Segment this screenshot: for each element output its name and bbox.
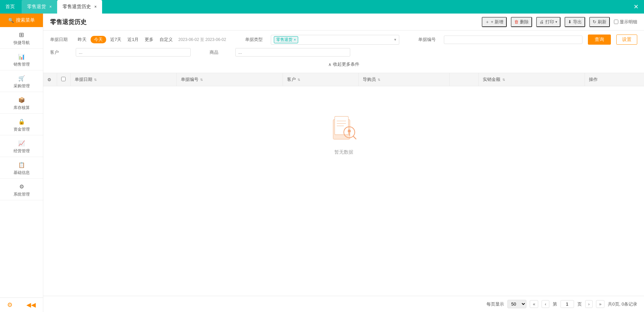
th-customer-label: 客户 [287,77,296,82]
sidebar-item-sales-mgmt[interactable]: 📊 销售管理 [0,49,43,70]
th-operation-label: 操作 [589,77,598,82]
type-tag-label: 零售退货 [276,37,292,43]
voucher-filter-input[interactable] [444,36,582,44]
collapse-up-icon: ∧ [328,62,332,67]
th-guide-sort-icon[interactable]: ⇅ [378,78,380,82]
delete-label: 删除 [520,19,529,25]
date-option-more[interactable]: 更多 [143,36,156,43]
th-guide: 导购员 ⇅ [358,73,449,86]
refresh-icon: ↻ [593,19,596,24]
th-amount-sort-icon[interactable]: ⇅ [502,78,505,82]
prev-page-button[interactable]: ‹ [542,300,549,308]
th-amount-label: 实销金额 [483,77,500,82]
sidebar-item-finance-label: 资金管理 [14,127,30,132]
sidebar-search-label: 搜索菜单 [16,17,35,23]
window-close-button[interactable]: ✕ [628,3,644,10]
date-option-yesterday[interactable]: 昨天 [76,36,89,43]
tab-retail-return-close[interactable]: × [49,4,52,9]
tab-retail-return-history[interactable]: 零售退货历史 × [57,0,102,14]
type-dropdown-arrow-icon: ▾ [394,37,396,42]
type-filter-container[interactable]: 零售退货 × ▾ [271,35,399,45]
sidebar-item-inventory[interactable]: 📦 库存核算 [0,92,43,114]
new-button[interactable]: ＋ + 新增 [482,17,507,27]
tab-bar: 首页 零售退货 × 零售退货历史 × ✕ [0,0,644,14]
filter-row-2: 客户 商品 [50,48,637,57]
th-number: 单据编号 ⇅ [176,73,283,86]
sidebar-item-operations-label: 经营管理 [14,148,30,154]
sidebar-item-operations[interactable]: 📈 经营管理 [0,135,43,157]
th-date-sort-icon[interactable]: ⇅ [94,78,97,82]
show-detail-checkbox[interactable] [614,20,618,24]
collapse-button[interactable]: ∧ 收起更多条件 [327,60,361,69]
quick-nav-icon: ⊞ [18,31,25,39]
sidebar-bottom: ⚙ ◀◀ [0,297,43,312]
tab-retail-return-label: 零售退货 [27,4,46,10]
tab-home[interactable]: 首页 [0,0,20,14]
sidebar-item-finance[interactable]: 🔒 资金管理 [0,114,43,135]
purchase-mgmt-icon: 🛒 [18,74,25,82]
type-filter-label: 单据类型 [245,37,265,43]
print-button[interactable]: 🖨 打印 ▾ [536,17,560,27]
new-icon: ＋ [485,19,490,25]
sidebar-item-purchase-label: 采购管理 [14,83,30,89]
date-option-1month[interactable]: 近1月 [125,36,141,43]
customer-filter-input[interactable] [76,48,191,57]
delete-icon: 🗑 [514,19,519,24]
sidebar-settings-icon[interactable]: ⚙ [7,301,13,309]
empty-state: 暂无数据 [43,86,644,182]
search-icon: 🔍 [8,18,14,23]
goods-filter-input[interactable] [235,48,350,57]
select-all-checkbox[interactable] [61,77,66,81]
delete-button[interactable]: 🗑 删除 [511,17,532,27]
inventory-icon: 📦 [18,96,25,104]
filter-row-1: 单据日期 昨天 今天 近7天 近1月 更多 自定义 2023-06-02 至 2… [50,35,637,45]
sidebar-item-purchase-mgmt[interactable]: 🛒 采购管理 [0,70,43,92]
svg-point-7 [348,130,351,133]
header-actions: ＋ + 新增 🗑 删除 🖨 打印 ▾ ⬇ 导出 ↻ [482,17,637,27]
setting-button[interactable]: 设置 [616,35,637,45]
sidebar-item-quick-nav-label: 快捷导航 [14,40,30,46]
th-number-sort-icon[interactable]: ⇅ [200,78,203,82]
th-settings[interactable]: ⚙ [43,73,57,86]
print-label: 打印 [545,19,554,25]
date-option-custom[interactable]: 自定义 [158,36,175,43]
export-label: 导出 [573,19,582,25]
th-operation: 操作 [585,73,644,86]
last-page-button[interactable]: » [596,300,604,308]
next-page-button[interactable]: › [585,300,593,308]
svg-line-6 [353,136,356,139]
first-page-button[interactable]: « [530,300,538,308]
th-checkbox[interactable] [57,73,70,86]
sidebar-item-basic-info[interactable]: 📋 基础信息 [0,157,43,179]
tab-home-label: 首页 [5,4,15,10]
sidebar-item-quick-nav[interactable]: ⊞ 快捷导航 [0,27,43,49]
tab-retail-return[interactable]: 零售退货 × [22,0,57,14]
goods-filter-label: 商品 [210,49,230,55]
date-range-display: 2023-06-02 至 2023-06-02 [178,37,226,43]
query-button[interactable]: 查询 [588,35,611,45]
sidebar-item-sales-label: 销售管理 [14,62,30,67]
refresh-label: 刷新 [598,19,606,25]
sidebar-search[interactable]: 🔍 搜索菜单 [0,14,43,27]
export-button[interactable]: ⬇ 导出 [565,17,585,27]
show-detail-checkbox-label[interactable]: 显示明细 [614,19,637,25]
type-tag-close-icon[interactable]: × [294,38,296,42]
content-area: 零售退货历史 ＋ + 新增 🗑 删除 🖨 打印 ▾ ⬇ 导出 [43,14,644,312]
th-customer-sort-icon[interactable]: ⇅ [297,78,300,82]
pagination-bar: 每页显示 50 10 20 100 « ‹ 第 页 › » 共0页, 0条记录 [43,296,644,312]
show-detail-label: 显示明细 [620,19,637,25]
refresh-button[interactable]: ↻ 刷新 [589,17,610,27]
sidebar-item-inventory-label: 库存核算 [14,105,30,111]
th-guide-label: 导购员 [363,77,376,82]
page-header: 零售退货历史 ＋ + 新增 🗑 删除 🖨 打印 ▾ ⬇ 导出 [43,14,644,30]
tab-retail-return-history-close[interactable]: × [94,4,97,9]
date-option-today[interactable]: 今天 [91,36,106,43]
sidebar-item-system[interactable]: ⚙ 系统管理 [0,179,43,200]
page-size-select[interactable]: 50 10 20 100 [507,300,526,308]
th-date: 单据日期 ⇅ [70,73,176,86]
current-page-input[interactable] [560,300,574,308]
print-icon: 🖨 [540,19,544,24]
collapse-row: ∧ 收起更多条件 [50,60,637,69]
sidebar-volume-icon[interactable]: ◀◀ [26,301,36,309]
date-option-7days[interactable]: 近7天 [108,36,123,43]
